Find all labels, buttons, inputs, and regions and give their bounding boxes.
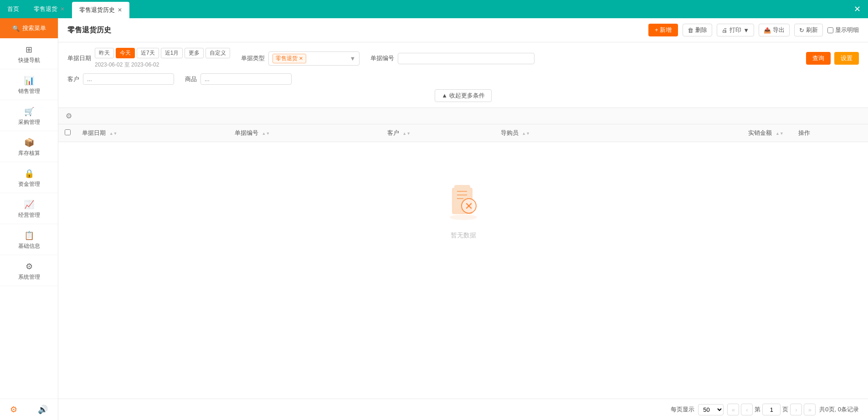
date-btn-custom[interactable]: 自定义 bbox=[205, 48, 230, 58]
page-number-input[interactable] bbox=[762, 404, 781, 415]
date-btn-7days[interactable]: 近7天 bbox=[137, 48, 159, 58]
refresh-label: 刷新 bbox=[806, 26, 818, 34]
date-btn-yesterday[interactable]: 昨天 bbox=[95, 48, 114, 58]
refresh-icon: ↻ bbox=[799, 27, 804, 34]
search-icon: 🔍 bbox=[12, 25, 20, 32]
th-customer-sort[interactable]: ▲▼ bbox=[402, 131, 411, 136]
sidebar-item-basic-info-label: 基础信息 bbox=[18, 242, 40, 250]
sidebar-item-quick-nav[interactable]: ⊞ 快捷导航 bbox=[0, 38, 58, 69]
sidebar-search-label: 搜索菜单 bbox=[22, 24, 46, 32]
sidebar-item-purchase-mgmt[interactable]: 🛒 采购管理 bbox=[0, 100, 58, 131]
date-btn-today[interactable]: 今天 bbox=[116, 48, 135, 58]
table-toolbar: ⚙ bbox=[58, 108, 868, 124]
show-detail-checkbox[interactable] bbox=[827, 27, 833, 33]
voucher-input[interactable] bbox=[398, 53, 534, 64]
delete-icon: 🗑 bbox=[688, 27, 693, 34]
sidebar-item-inventory[interactable]: 📦 库存核算 bbox=[0, 131, 58, 162]
sidebar-item-sales-label: 销售管理 bbox=[18, 87, 40, 95]
sidebar-search[interactable]: 🔍 搜索菜单 bbox=[0, 18, 58, 38]
main-layout: 🔍 搜索菜单 ⊞ 快捷导航 📊 销售管理 🛒 采购管理 📦 库存核算 🔒 资金管… bbox=[0, 18, 868, 420]
table-header-row: 单据日期 ▲▼ 单据编号 ▲▼ 客户 ▲▼ 导购员 bbox=[58, 124, 868, 142]
type-tag: 零售退货 ✕ bbox=[272, 54, 306, 63]
date-btn-more[interactable]: 更多 bbox=[185, 48, 204, 58]
th-guide-sort[interactable]: ▲▼ bbox=[522, 131, 530, 136]
print-button[interactable]: 🖨 打印 ▼ bbox=[717, 24, 754, 36]
tab-home-label: 首页 bbox=[7, 5, 19, 13]
filter-voucher: 单据编号 bbox=[370, 53, 534, 64]
empty-icon bbox=[441, 179, 486, 224]
settings-footer-icon[interactable]: ⚙ bbox=[10, 405, 17, 415]
th-voucher: 单据编号 ▲▼ bbox=[229, 124, 382, 142]
th-guide-label: 导购员 bbox=[501, 129, 519, 136]
select-all-checkbox[interactable] bbox=[65, 129, 71, 135]
tab-home[interactable]: 首页 bbox=[0, 0, 26, 18]
sidebar-item-sales-mgmt[interactable]: 📊 销售管理 bbox=[0, 69, 58, 100]
prev-page-button[interactable]: ‹ bbox=[741, 404, 753, 415]
sidebar-item-basic-info[interactable]: 📋 基础信息 bbox=[0, 224, 58, 255]
window-close-button[interactable]: ✕ bbox=[854, 4, 861, 14]
customer-input[interactable] bbox=[83, 73, 174, 85]
sidebar-item-purchase-label: 采购管理 bbox=[18, 118, 40, 126]
goods-input[interactable] bbox=[200, 73, 292, 85]
type-select[interactable]: 零售退货 ✕ ▼ bbox=[268, 51, 360, 66]
last-page-button[interactable]: » bbox=[804, 404, 816, 415]
export-label: 导出 bbox=[773, 26, 785, 34]
date-buttons: 昨天 今天 近7天 近1月 更多 自定义 bbox=[95, 48, 230, 58]
tab-retail-return-close[interactable]: ✕ bbox=[60, 6, 65, 12]
tab-retail-return-history-close[interactable]: ✕ bbox=[118, 7, 122, 13]
goods-label: 商品 bbox=[185, 75, 197, 83]
sidebar-item-system[interactable]: ⚙ 系统管理 bbox=[0, 255, 58, 286]
next-page-button[interactable]: › bbox=[790, 404, 802, 415]
th-amount-sort[interactable]: ▲▼ bbox=[776, 131, 784, 136]
settings-button[interactable]: 设置 bbox=[834, 52, 859, 65]
refresh-button[interactable]: ↻ 刷新 bbox=[794, 24, 823, 36]
type-select-arrow: ▼ bbox=[350, 55, 356, 62]
system-icon: ⚙ bbox=[26, 261, 33, 271]
sidebar-item-operations-label: 经营管理 bbox=[18, 211, 40, 219]
sidebar-item-inventory-label: 库存核算 bbox=[18, 149, 40, 157]
collapse-button[interactable]: ▲ 收起更多条件 bbox=[435, 89, 491, 102]
th-guide: 导购员 ▲▼ bbox=[495, 124, 628, 142]
th-customer-label: 客户 bbox=[387, 129, 399, 136]
type-label: 单据类型 bbox=[241, 54, 265, 62]
filter-row-1: 单据日期 昨天 今天 近7天 近1月 更多 自定义 2023-06-02 至 2… bbox=[67, 48, 859, 69]
filter-panel: 单据日期 昨天 今天 近7天 近1月 更多 自定义 2023-06-02 至 2… bbox=[58, 42, 868, 108]
export-button[interactable]: 📤 导出 bbox=[759, 24, 790, 36]
tab-retail-return-history[interactable]: 零售退货历史 ✕ bbox=[72, 2, 129, 18]
tab-retail-return[interactable]: 零售退货 ✕ bbox=[26, 0, 72, 18]
th-checkbox bbox=[58, 124, 77, 142]
th-voucher-sort[interactable]: ▲▼ bbox=[262, 131, 270, 136]
date-btn-1month[interactable]: 近1月 bbox=[161, 48, 183, 58]
page-title: 零售退货历史 bbox=[67, 26, 111, 35]
customer-label: 客户 bbox=[67, 75, 79, 83]
print-label: 打印 bbox=[729, 26, 741, 34]
delete-label: 删除 bbox=[695, 26, 707, 34]
filter-row-2: 客户 商品 bbox=[67, 73, 859, 85]
finance-icon: 🔒 bbox=[24, 169, 34, 179]
th-date: 单据日期 ▲▼ bbox=[77, 124, 229, 142]
table-settings-icon[interactable]: ⚙ bbox=[66, 112, 72, 120]
page-unit: 页 bbox=[782, 405, 788, 414]
tab-retail-return-label: 零售退货 bbox=[34, 5, 57, 13]
date-range-display: 2023-06-02 至 2023-06-02 bbox=[95, 61, 230, 69]
first-page-button[interactable]: « bbox=[727, 404, 739, 415]
filter-goods: 商品 bbox=[185, 73, 292, 85]
query-button[interactable]: 查询 bbox=[806, 52, 831, 65]
sidebar-item-finance[interactable]: 🔒 资金管理 bbox=[0, 162, 58, 193]
sidebar: 🔍 搜索菜单 ⊞ 快捷导航 📊 销售管理 🛒 采购管理 📦 库存核算 🔒 资金管… bbox=[0, 18, 58, 420]
quick-nav-icon: ⊞ bbox=[26, 45, 32, 55]
tab-retail-return-history-label: 零售退货历史 bbox=[79, 6, 115, 14]
operations-icon: 📈 bbox=[24, 200, 34, 210]
show-detail-checkbox-label[interactable]: 显示明细 bbox=[827, 26, 859, 34]
sidebar-item-operations[interactable]: 📈 经营管理 bbox=[0, 193, 58, 224]
total-info: 共0页, 0条记录 bbox=[819, 405, 859, 414]
type-tag-close[interactable]: ✕ bbox=[299, 56, 303, 61]
delete-button[interactable]: 🗑 删除 bbox=[683, 24, 712, 36]
add-button[interactable]: + 新增 bbox=[648, 24, 678, 36]
content-area: 零售退货历史 + 新增 🗑 删除 🖨 打印 ▼ 📤 导出 ↻ bbox=[58, 18, 868, 420]
page-size-select[interactable]: 50 10 20 100 bbox=[698, 404, 724, 415]
filter-customer: 客户 bbox=[67, 73, 174, 85]
voucher-label: 单据编号 bbox=[370, 54, 394, 62]
th-date-sort[interactable]: ▲▼ bbox=[109, 131, 118, 136]
volume-footer-icon[interactable]: 🔊 bbox=[38, 405, 48, 415]
